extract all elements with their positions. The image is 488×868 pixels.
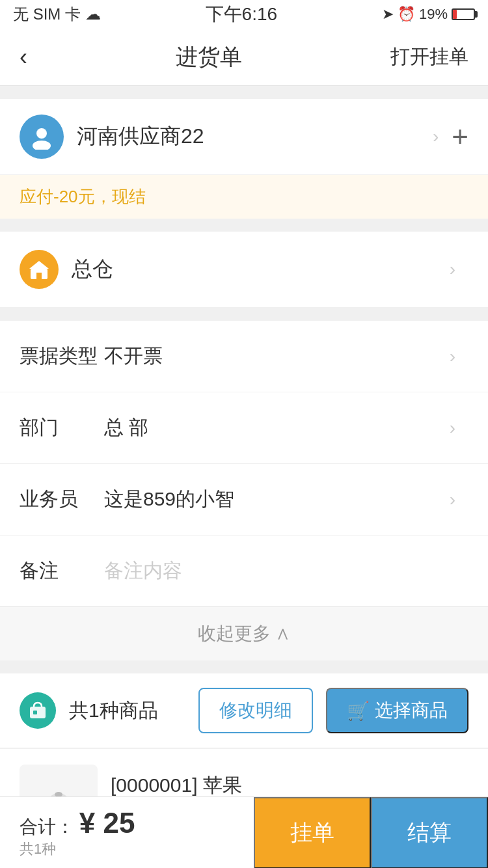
bottom-bar: 合计： ¥ 25 共1种 挂单 结算 [0, 796, 488, 868]
supplier-avatar [20, 115, 64, 159]
battery-level: 19% [419, 6, 448, 23]
alarm-icon: ⏰ [398, 6, 415, 23]
svg-marker-3 [29, 261, 49, 269]
warehouse-icon [20, 250, 59, 289]
nav-bar: ‹ 进货单 打开挂单 [0, 29, 488, 86]
svg-point-1 [33, 141, 51, 150]
sales-rep-value: 这是859的小智 [104, 486, 450, 513]
status-time: 下午6:16 [206, 2, 278, 27]
department-value: 总 部 [104, 414, 450, 441]
product-name: [0000001] 苹果 [111, 772, 427, 799]
page-title: 进货单 [176, 42, 242, 72]
warehouse-chevron-icon: › [450, 259, 455, 280]
hang-order-button[interactable]: 挂单 [254, 797, 371, 869]
form-section: 票据类型 不开票 › 部门 总 部 › 业务员 这是859的小智 › 备注 备注… [0, 320, 488, 606]
section-gap-4 [0, 660, 488, 673]
supplier-chevron-icon: › [433, 126, 439, 147]
collapse-toggle[interactable]: 收起更多 ∧ [0, 606, 488, 660]
location-icon: ➤ [382, 6, 394, 23]
status-right: ➤ ⏰ 19% [382, 6, 475, 23]
department-row[interactable]: 部门 总 部 › [0, 392, 488, 463]
warehouse-section: 总仓 › [0, 232, 488, 307]
total-label: 合计： [20, 817, 74, 837]
total-count: 共1种 [20, 839, 234, 859]
products-icon [20, 692, 56, 729]
sales-rep-label: 业务员 [20, 486, 104, 513]
section-gap-3 [0, 307, 488, 320]
product-code: [0000001] [111, 774, 197, 796]
supplier-name: 河南供应商22 [77, 122, 433, 151]
total-amount: ¥ 25 [79, 807, 135, 839]
add-supplier-button[interactable]: + [452, 122, 468, 151]
invoice-type-chevron-icon: › [450, 346, 455, 367]
sales-rep-row[interactable]: 业务员 这是859的小智 › [0, 463, 488, 535]
select-product-label: 选择商品 [375, 698, 448, 723]
supplier-notice: 应付-20元，现结 [0, 175, 488, 219]
supplier-section: 河南供应商22 › + 应付-20元，现结 [0, 99, 488, 219]
status-left: 无 SIM 卡 ☁ [13, 4, 101, 25]
section-gap-1 [0, 86, 488, 99]
section-gap-2 [0, 219, 488, 232]
product-title: 苹果 [203, 774, 242, 796]
invoice-type-label: 票据类型 [20, 343, 104, 370]
settle-button[interactable]: 结算 [371, 797, 488, 869]
total-section: 合计： ¥ 25 共1种 [0, 807, 254, 859]
department-chevron-icon: › [450, 418, 455, 439]
edit-detail-button[interactable]: 修改明细 [198, 688, 313, 733]
svg-rect-6 [33, 711, 37, 714]
invoice-type-value: 不开票 [104, 343, 450, 370]
supplier-row[interactable]: 河南供应商22 › + [0, 99, 488, 175]
svg-rect-4 [36, 273, 42, 279]
department-label: 部门 [20, 414, 104, 441]
notes-value[interactable]: 备注内容 [104, 558, 468, 584]
battery-icon [452, 8, 475, 20]
sim-status: 无 SIM 卡 ☁ [13, 4, 101, 25]
sales-rep-chevron-icon: › [450, 489, 455, 510]
invoice-type-row[interactable]: 票据类型 不开票 › [0, 320, 488, 392]
svg-point-0 [36, 128, 47, 139]
open-hang-button[interactable]: 打开挂单 [390, 44, 468, 70]
select-product-button[interactable]: 🛒 选择商品 [326, 688, 468, 733]
products-count: 共1种商品 [69, 698, 185, 724]
status-bar: 无 SIM 卡 ☁ 下午6:16 ➤ ⏰ 19% [0, 0, 488, 29]
products-header: 共1种商品 修改明细 🛒 选择商品 [0, 673, 488, 748]
notes-label: 备注 [20, 558, 104, 584]
back-button[interactable]: ‹ [20, 44, 27, 71]
svg-rect-5 [30, 707, 46, 718]
warehouse-name: 总仓 [72, 255, 450, 284]
cart-icon: 🛒 [347, 700, 370, 722]
total-row: 合计： ¥ 25 [20, 807, 234, 839]
warehouse-row[interactable]: 总仓 › [0, 232, 488, 307]
notes-row[interactable]: 备注 备注内容 [0, 535, 488, 606]
